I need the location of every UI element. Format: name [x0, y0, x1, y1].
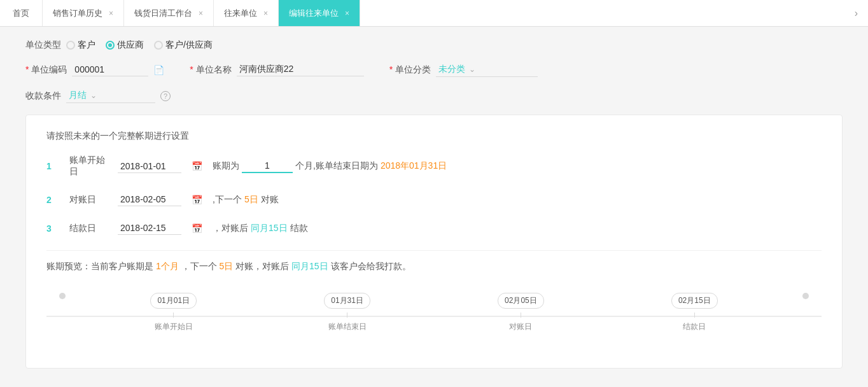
suffix-post-1: 个月,账单结束日期为	[295, 160, 378, 172]
calendar-icon-3[interactable]: 📅	[192, 223, 202, 234]
timeline-nodes: 01月01日 账单开始日 01月31日 账单结束日 02月05日	[59, 293, 809, 332]
timeline-pill-1: 01月01日	[150, 293, 197, 309]
setting-num-2: 2	[46, 195, 59, 205]
setting-row-1: 1 账单开始日 📅 账期为 个月,账单结束日期为 2018年01月31日	[46, 155, 822, 178]
tab-edit-counterparty[interactable]: 编辑往来单位×	[279, 0, 360, 26]
radio-circle-customer-supplier	[154, 41, 163, 50]
timeline-pill-2: 01月31日	[324, 293, 370, 309]
field-unit-name: 单位名称	[190, 63, 363, 76]
radio-label-supplier: 供应商	[117, 39, 144, 51]
doc-icon[interactable]: 📄	[153, 65, 164, 75]
unit-category-value: 未分类	[438, 64, 465, 75]
start-date-input[interactable]	[118, 160, 181, 173]
suffix-pre-2: ,下一个	[213, 194, 242, 206]
timeline-node-1: 01月01日 账单开始日	[150, 293, 197, 332]
payment-date-input[interactable]	[118, 222, 181, 235]
radio-circle-customer	[66, 41, 75, 50]
unit-code-label: 单位编码	[25, 64, 67, 76]
payment-terms-select[interactable]: 月结 ⌄	[66, 88, 155, 103]
timeline-label-3: 对账日	[509, 321, 532, 332]
calendar-icon-2[interactable]: 📅	[192, 195, 202, 205]
end-date-highlight: 2018年01月31日	[381, 160, 447, 172]
setting-num-3: 3	[46, 223, 59, 234]
page-content: 单位类型 客户 供应商 客户/供应商 单位编码 📄	[0, 27, 868, 387]
suffix-post-3: 结款	[290, 223, 308, 234]
tabs-bar: 首页销售订单历史×钱货日清工作台×往来单位×编辑往来单位×›	[0, 0, 868, 27]
setting-row-3: 3 结款日 📅 ，对账后 同月15日 结款	[46, 222, 822, 235]
preview-label: 账期预览：当前客户账期是	[46, 261, 153, 271]
form-row-payment-terms: 收款条件 月结 ⌄ ?	[25, 88, 843, 103]
form-row-unit-info: 单位编码 📄 单位名称 单位分类 未分类 ⌄	[25, 62, 843, 77]
tab-close-edit-counterparty[interactable]: ×	[345, 9, 349, 18]
reconcile-highlight: 5日	[244, 194, 258, 206]
tab-close-sales-history[interactable]: ×	[109, 9, 113, 18]
tab-more[interactable]: ›	[844, 8, 868, 19]
timeline-node-3: 02月05日 对账日	[498, 293, 544, 332]
suffix-post-2: 对账	[261, 194, 279, 206]
help-icon[interactable]: ?	[160, 91, 171, 101]
radio-label-customer: 客户	[78, 39, 95, 51]
setting-label-2: 对账日	[69, 194, 108, 206]
tab-home[interactable]: 首页	[0, 0, 43, 26]
tab-cash-ledger[interactable]: 钱货日清工作台×	[124, 0, 214, 26]
setting-label-1: 账单开始日	[69, 155, 108, 178]
timeline-stem-2	[347, 313, 347, 318]
tab-close-counterparty[interactable]: ×	[263, 9, 268, 18]
tab-label-sales-history: 销售订单历史	[53, 8, 102, 19]
setting-num-1: 1	[46, 161, 59, 171]
timeline-start-dot	[59, 293, 66, 299]
card-subtitle: 请按照未来的一个完整帐期进行设置	[46, 130, 822, 142]
timeline-label-1: 账单开始日	[155, 321, 193, 332]
setting-row-2: 2 对账日 📅 ,下一个 5日 对账	[46, 193, 822, 206]
tab-counterparty[interactable]: 往来单位×	[214, 0, 279, 26]
chevron-down-icon: ⌄	[469, 65, 475, 74]
timeline-node-4: 02月15日 结款日	[671, 293, 718, 332]
chevron-down-icon-payment: ⌄	[90, 91, 97, 100]
unit-type-label: 单位类型	[25, 39, 61, 51]
preview-connector1: ，下一个	[181, 261, 217, 271]
period-card: 请按照未来的一个完整帐期进行设置 1 账单开始日 📅 账期为 个月,账单结束日期…	[25, 115, 843, 369]
timeline-pill-3: 02月05日	[498, 293, 544, 309]
unit-name-label: 单位名称	[190, 64, 231, 76]
unit-category-select[interactable]: 未分类 ⌄	[436, 62, 538, 77]
preview-text: 账期预览：当前客户账期是 1个月 ，下一个 5日 对账，对账后 同月15日 该客…	[46, 261, 822, 272]
timeline-stem-4	[694, 313, 695, 318]
suffix-pre-1: 账期为	[213, 160, 239, 172]
field-unit-type: 单位类型 客户 供应商 客户/供应商	[25, 39, 213, 51]
dot-end	[802, 293, 809, 299]
period-input[interactable]	[242, 159, 293, 173]
setting-label-3: 结款日	[69, 223, 108, 234]
payment-terms-value: 月结	[69, 90, 87, 101]
field-unit-category: 单位分类 未分类 ⌄	[389, 62, 538, 77]
radio-supplier[interactable]: 供应商	[106, 39, 144, 51]
preview-part1: 1个月	[156, 261, 179, 271]
dot-start	[59, 293, 66, 299]
setting-suffix-1: 账期为 个月,账单结束日期为 2018年01月31日	[213, 159, 447, 173]
timeline: 01月01日 账单开始日 01月31日 账单结束日 02月05日	[46, 285, 822, 348]
setting-suffix-2: ,下一个 5日 对账	[213, 194, 279, 206]
tab-sales-history[interactable]: 销售订单历史×	[43, 0, 124, 26]
timeline-end-dot	[802, 293, 809, 299]
unit-code-input[interactable]	[72, 63, 148, 76]
radio-customer[interactable]: 客户	[66, 39, 95, 51]
timeline-node-2: 01月31日 账单结束日	[324, 293, 370, 332]
preview-suffix: 该客户会给我打款。	[331, 261, 411, 271]
radio-label-customer-supplier: 客户/供应商	[165, 39, 213, 51]
preview-connector2: 对账，对账后	[235, 261, 289, 271]
setting-suffix-3: ，对账后 同月15日 结款	[213, 223, 308, 234]
timeline-pill-4: 02月15日	[671, 293, 718, 309]
tab-close-cash-ledger[interactable]: ×	[199, 9, 203, 18]
unit-name-input[interactable]	[237, 63, 364, 76]
tab-label-counterparty: 往来单位	[224, 8, 257, 19]
timeline-label-4: 结款日	[683, 321, 706, 332]
radio-circle-supplier	[106, 41, 115, 50]
reconcile-date-input[interactable]	[118, 193, 181, 206]
field-payment-terms: 收款条件 月结 ⌄ ?	[25, 88, 171, 103]
preview-part3: 同月15日	[291, 261, 328, 271]
payment-terms-label: 收款条件	[25, 90, 61, 102]
payment-highlight: 同月15日	[251, 223, 288, 234]
tab-label-home: 首页	[13, 8, 29, 19]
radio-customer-supplier[interactable]: 客户/供应商	[154, 39, 213, 51]
preview-part2: 5日	[219, 261, 233, 271]
calendar-icon-1[interactable]: 📅	[192, 161, 202, 171]
